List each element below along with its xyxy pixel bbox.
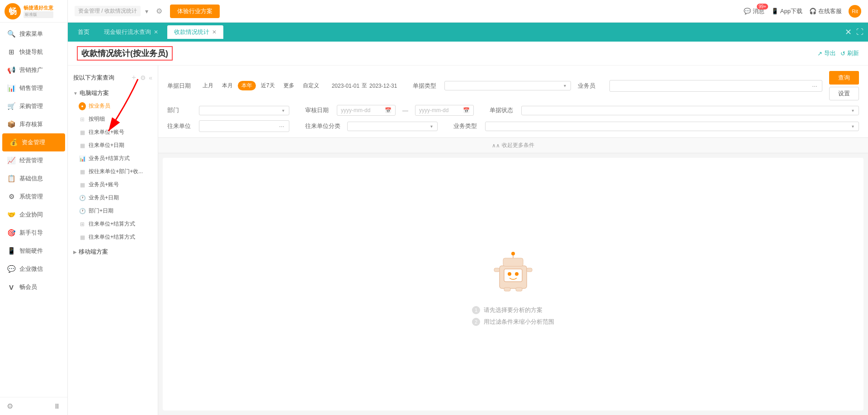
scheme-item-salesman[interactable]: ● 按业务员	[68, 99, 158, 113]
svg-point-2	[508, 272, 511, 276]
set-button[interactable]: 设置	[829, 87, 859, 100]
mobile-title[interactable]: ▶ 移动端方案	[73, 248, 152, 256]
sidebar-item-hardware[interactable]: 📱 智能硬件	[0, 242, 67, 260]
empty-illustration	[486, 241, 540, 295]
date-tab-custom[interactable]: 自定义	[299, 81, 323, 90]
panel-header-icons: ＋ ⚙ «	[130, 73, 152, 82]
message-icon: 💬	[744, 8, 751, 14]
empty-steps: 1 请先选择要分析的方案 2 用过滤条件来缩小分析范围	[472, 304, 554, 328]
query-button[interactable]: 查询	[829, 71, 859, 85]
scheme-item-salesman-settle[interactable]: 📊 业务员+结算方式	[68, 152, 158, 165]
sidebar-item-enterprise[interactable]: 🤝 企业协同	[0, 206, 67, 224]
sidebar-item-system[interactable]: ⚙ 系统管理	[0, 188, 67, 206]
sidebar-item-marketing[interactable]: 📢 营销推广	[0, 61, 67, 79]
date-tab-lastmonth[interactable]: 上月	[199, 81, 217, 90]
panel-header-label: 按以下方案查询	[73, 74, 114, 82]
tab-collection[interactable]: 收款情况统计 ✕	[167, 25, 223, 39]
scheme-item-partner-settle1[interactable]: ⊞ 往来单位+结算方式	[68, 217, 158, 231]
date-tab-more[interactable]: 更多	[280, 81, 298, 90]
date-tab-thisyear[interactable]: 本年	[238, 81, 256, 90]
settings-gear-icon[interactable]: ⚙	[153, 5, 165, 18]
svg-rect-6	[504, 288, 510, 291]
scheme-group-desktop-title[interactable]: ▼ 电脑端方案	[68, 87, 158, 99]
partner-category-select[interactable]: ▾	[347, 122, 438, 131]
sidebar-item-inventory[interactable]: 📦 库存核算	[0, 115, 67, 133]
step-text-1: 请先选择要分析的方案	[484, 304, 542, 316]
collapse-chevron-icon: ∧∧	[492, 142, 500, 149]
trial-button[interactable]: 体验行业方案	[170, 5, 220, 18]
scheme-item-detail[interactable]: ⊞ 按明细	[68, 113, 158, 126]
add-scheme-icon[interactable]: ＋	[130, 73, 137, 82]
online-service-button[interactable]: 🎧 在线客服	[809, 7, 842, 15]
close-all-icon[interactable]: ✕	[845, 27, 852, 37]
tab-cashflow[interactable]: 现金银行流水查询 ✕	[97, 25, 165, 39]
scheme-item-salesman-account[interactable]: ▦ 业务员+账号	[68, 178, 158, 191]
settings-icon[interactable]: ⚙	[7, 402, 13, 410]
salesman-select[interactable]: ···	[609, 80, 822, 92]
audit-date-to[interactable]: yyyy-mm-dd 📅	[415, 105, 474, 116]
mobile-expand-icon: ▶	[73, 250, 77, 255]
filter-row-3: 往来单位 ··· 往来单位分类 ▾ 业务类型 ▾	[167, 120, 859, 132]
sidebar-item-guide[interactable]: 🎯 新手引导	[0, 224, 67, 242]
doc-status-select[interactable]: ▾	[521, 106, 859, 115]
collapse-panel-icon[interactable]: «	[149, 74, 152, 81]
dept-select[interactable]: ▾	[199, 106, 289, 115]
refresh-button[interactable]: ↺ 刷新	[840, 49, 859, 57]
scheme-item-label-salesman-account: 业务员+账号	[89, 181, 119, 189]
svg-rect-5	[527, 268, 532, 272]
sidebar-item-basic[interactable]: 📋 基础信息	[0, 170, 67, 188]
message-button[interactable]: 💬 消息 99+	[744, 7, 764, 15]
sidebar-item-operations[interactable]: 📈 经营管理	[0, 151, 67, 170]
main-area: 资金管理 / 收款情况统计 ▾ ⚙ 体验行业方案 💬 消息 99+ 📱 App下…	[68, 0, 868, 415]
date-tab-thismonth[interactable]: 本月	[218, 81, 236, 90]
export-icon: ↗	[817, 50, 822, 57]
biz-type-select[interactable]: ▾	[485, 122, 859, 131]
scheme-item-icon-salesman: ●	[79, 103, 86, 110]
scheme-item-label-partner-settle1: 往来单位+结算方式	[89, 220, 135, 228]
tab-cashflow-close[interactable]: ✕	[154, 29, 158, 35]
scheme-item-dept-date[interactable]: 🕐 部门+日期	[68, 204, 158, 217]
biz-type-chevron-icon: ▾	[852, 124, 854, 129]
filter-row-2: 部门 ▾ 审核日期 yyyy-mm-dd 📅 — yyyy-mm-dd 📅	[167, 105, 859, 116]
scheme-item-icon-partner-settle1: ⊞	[79, 221, 86, 228]
scheme-item-partner-settle2[interactable]: ▦ 往来单位+结算方式	[68, 231, 158, 244]
sidebar-item-member[interactable]: V 畅会员	[0, 278, 67, 296]
date-range: 2023-01-01 至 2023-12-31	[332, 82, 397, 90]
tab-collection-close[interactable]: ✕	[212, 29, 217, 35]
tab-home[interactable]: 首页	[72, 25, 95, 39]
audit-date-to-text: yyyy-mm-dd	[419, 107, 448, 113]
scheme-item-partner-date[interactable]: ▦ 往来单位+日期	[68, 139, 158, 152]
audit-date-from[interactable]: yyyy-mm-dd 📅	[337, 105, 396, 116]
export-button[interactable]: ↗ 导出	[817, 49, 836, 57]
collapse-bar[interactable]: ∧∧ 收起更多条件	[158, 138, 868, 153]
doc-type-select[interactable]: ▾	[444, 81, 571, 90]
maximize-icon[interactable]: ⛶	[856, 28, 863, 36]
sidebar-item-finance[interactable]: 💰 资金管理	[2, 133, 65, 151]
sidebar-item-search[interactable]: 🔍 搜索菜单	[0, 25, 67, 43]
svg-rect-4	[494, 268, 500, 272]
settings-scheme-icon[interactable]: ⚙	[140, 74, 146, 81]
scheme-item-partner-account[interactable]: ▦ 往来单位+账号	[68, 126, 158, 139]
filter-row-1: 单据日期 上月 本月 本年 近7天 更多 自定义 2023-01-01 至 20…	[167, 71, 859, 100]
scheme-item-salesman-date[interactable]: 🕐 业务员+日期	[68, 191, 158, 204]
sidebar-item-wechat[interactable]: 💬 企业微信	[0, 260, 67, 278]
home-icon: ⊞	[7, 47, 16, 57]
collapse-icon[interactable]: ⏸	[53, 402, 61, 410]
scheme-item-partner-dept[interactable]: ▦ 按往来单位+部门+收...	[68, 165, 158, 178]
partner-select[interactable]: ···	[199, 120, 289, 132]
sidebar-label-purchase: 采购管理	[19, 102, 43, 110]
date-tabs: 上月 本月 本年 近7天 更多 自定义	[199, 81, 323, 90]
collapse-text: ∧∧ 收起更多条件	[492, 141, 534, 149]
sidebar-item-quicknav[interactable]: ⊞ 快捷导航	[0, 43, 67, 61]
app-download-button[interactable]: 📱 App下载	[771, 7, 802, 15]
filter-area: 单据日期 上月 本月 本年 近7天 更多 自定义 2023-01-01 至 20…	[158, 66, 868, 138]
sidebar-item-purchase[interactable]: 🛒 采购管理	[0, 97, 67, 115]
sidebar-item-sales[interactable]: 📊 销售管理	[0, 79, 67, 97]
expand-arrow-icon: ▼	[73, 91, 78, 96]
scheme-item-label-detail: 按明细	[89, 115, 105, 123]
dept-chevron-icon: ▾	[282, 108, 284, 113]
sidebar-label-sales: 销售管理	[19, 84, 43, 92]
date-tab-7days[interactable]: 近7天	[257, 81, 278, 90]
partner-dots-icon: ···	[279, 123, 284, 130]
svg-rect-7	[516, 288, 522, 291]
